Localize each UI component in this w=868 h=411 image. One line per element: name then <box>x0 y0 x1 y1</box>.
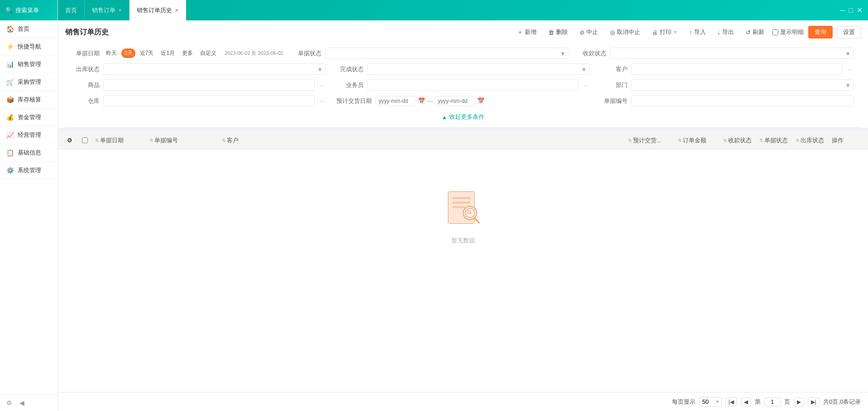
tab-sales-order[interactable]: 销售订单 ✕ <box>85 0 129 20</box>
setting-button[interactable]: 设置 <box>837 26 861 39</box>
sidebar-item-label: 资金管理 <box>18 113 41 121</box>
sidebar-item-quick-nav[interactable]: ⚡ 快捷导航 <box>0 38 58 56</box>
th-num[interactable]: ⇅ 单据编号 <box>146 136 218 145</box>
query-button[interactable]: 查询 <box>808 26 833 39</box>
display-detail-checkbox[interactable] <box>772 29 778 35</box>
bill-status-select-wrap[interactable]: ▼ <box>325 48 569 59</box>
shortcut-custom[interactable]: 自定义 <box>197 48 219 58</box>
new-button[interactable]: ＋ 新增 <box>513 26 540 38</box>
import-icon: ↑ <box>689 29 692 36</box>
goods-label: 商品 <box>72 81 100 89</box>
svg-point-8 <box>468 212 469 213</box>
th-settings-icon[interactable]: ⚙ <box>62 137 78 144</box>
shipment-status-label: 出库状态 <box>72 65 100 73</box>
tab-sales-order-history[interactable]: 销售订单历史 ✕ <box>129 0 186 20</box>
page-number-input[interactable] <box>764 397 781 406</box>
goods-more-icon[interactable]: ··· <box>318 82 326 89</box>
sidebar-item-sales[interactable]: 📊 销售管理 <box>0 56 58 73</box>
toolbar: ＋ 新增 🗑 删除 ⊘ 中止 ◎ 取消中止 <box>513 26 861 39</box>
bill-number-input[interactable] <box>631 95 854 106</box>
window-close-icon[interactable]: ✕ <box>857 6 863 15</box>
cancel-stop-label: 取消中止 <box>617 28 640 36</box>
payment-status-select-wrap[interactable]: ▼ <box>610 48 854 59</box>
sidebar-item-home[interactable]: 🏠 首页 <box>0 20 58 38</box>
per-page-select-wrap[interactable]: 10 20 50 100 ▼ <box>699 397 722 406</box>
th-checkbox[interactable] <box>78 137 91 143</box>
sidebar-item-inventory[interactable]: 📦 库存核算 <box>0 91 58 109</box>
delete-icon: 🗑 <box>548 29 554 36</box>
calendar-to-icon[interactable]: 📅 <box>477 97 484 104</box>
tab-close-icon[interactable]: ✕ <box>118 8 122 13</box>
prev-page-button[interactable]: ◀ <box>741 397 751 406</box>
settings-bottom-icon[interactable]: ⚙ <box>6 399 12 406</box>
search-menu-button[interactable]: 🔍 搜索菜单 <box>0 0 58 20</box>
th-bill-status[interactable]: ⇅ 单据状态 <box>756 136 792 145</box>
shortcut-1month[interactable]: 近1月 <box>158 48 177 58</box>
export-button[interactable]: ↓ 导出 <box>714 26 738 38</box>
shipment-status-select[interactable] <box>103 63 326 75</box>
sidebar-item-purchase[interactable]: 🛒 采购管理 <box>0 73 58 91</box>
sort-icon-amount: ⇅ <box>678 138 681 143</box>
salesperson-input[interactable] <box>367 79 579 91</box>
th-amount[interactable]: ⇅ 订单金额 <box>674 136 719 145</box>
salesperson-more-icon[interactable]: ··· <box>582 82 590 89</box>
th-payment-status[interactable]: ⇅ 收款状态 <box>719 136 756 145</box>
th-customer[interactable]: ⇅ 客户 <box>218 136 624 145</box>
customer-input[interactable] <box>631 63 843 75</box>
payment-status-select[interactable] <box>610 48 854 59</box>
svg-rect-1 <box>452 197 471 199</box>
refresh-icon: ↺ <box>746 29 751 36</box>
first-page-button[interactable]: |◀ <box>725 397 737 406</box>
sidebar-item-system[interactable]: ⚙️ 系统管理 <box>0 162 58 179</box>
delete-button[interactable]: 🗑 删除 <box>545 26 571 38</box>
svg-rect-2 <box>452 202 471 203</box>
collapse-sidebar-icon[interactable]: ◀ <box>19 399 24 406</box>
date-separator: — <box>427 97 433 104</box>
cancel-stop-icon: ◎ <box>610 29 615 36</box>
per-page-select[interactable]: 10 20 50 100 <box>699 397 722 406</box>
goods-input[interactable] <box>103 79 315 91</box>
window-restore-icon[interactable]: □ <box>849 6 853 15</box>
shortcut-yesterday[interactable]: 昨天 <box>103 48 120 58</box>
last-page-button[interactable]: ▶| <box>808 397 820 406</box>
shortcut-more[interactable]: 更多 <box>179 48 196 58</box>
department-select[interactable] <box>631 79 854 91</box>
sidebar-item-operation[interactable]: 📈 经营管理 <box>0 126 58 144</box>
th-shipment-status[interactable]: ⇅ 出库状态 <box>792 136 828 145</box>
cancel-stop-button[interactable]: ◎ 取消中止 <box>606 26 644 38</box>
stop-button[interactable]: ⊘ 中止 <box>576 26 602 38</box>
complete-status-select-wrap[interactable]: ▼ <box>367 63 590 75</box>
complete-status-select[interactable] <box>367 63 590 75</box>
bill-status-select[interactable] <box>325 48 569 59</box>
calendar-from-icon[interactable]: 📅 <box>418 97 425 104</box>
svg-point-9 <box>470 212 470 213</box>
shipment-status-select-wrap[interactable]: ▼ <box>103 63 326 75</box>
sidebar-item-label: 基础信息 <box>18 149 41 157</box>
shortcut-3days[interactable]: 3天 <box>121 48 135 58</box>
display-detail-checkbox-wrap[interactable]: 显示明细 <box>772 28 804 36</box>
delivery-date-to[interactable] <box>435 96 475 106</box>
shortcut-7days[interactable]: 近7天 <box>137 48 157 58</box>
select-all-checkbox[interactable] <box>82 137 88 143</box>
refresh-button[interactable]: ↺ 刷新 <box>742 26 768 38</box>
next-page-button[interactable]: ▶ <box>794 397 804 406</box>
delivery-date-from[interactable] <box>375 96 416 106</box>
sidebar-item-finance[interactable]: 💰 资金管理 <box>0 109 58 126</box>
print-button[interactable]: 🖨 打印 ▼ <box>648 26 681 38</box>
system-icon: ⚙️ <box>6 167 14 174</box>
import-button[interactable]: ↑ 导入 <box>686 26 710 38</box>
collapse-button[interactable]: ▲ 收起更多条件 <box>441 111 484 123</box>
window-minimize-icon[interactable]: ─ <box>840 6 845 15</box>
svg-point-7 <box>467 210 471 214</box>
th-delivery[interactable]: ⇅ 预计交货... <box>624 136 674 145</box>
print-dropdown-icon: ▼ <box>673 30 677 34</box>
th-date[interactable]: ⇅ 单据日期 <box>91 136 146 145</box>
warehouse-more-icon[interactable]: ··· <box>318 97 326 105</box>
department-select-wrap[interactable]: ▼ <box>631 79 854 91</box>
warehouse-input[interactable] <box>103 95 315 106</box>
customer-more-icon[interactable]: ··· <box>846 66 854 73</box>
sidebar-item-basic-info[interactable]: 📋 基础信息 <box>0 144 58 162</box>
tab-history-close-icon[interactable]: ✕ <box>175 8 178 13</box>
new-label: 新增 <box>525 28 537 36</box>
tab-home[interactable]: 首页 <box>58 0 85 20</box>
